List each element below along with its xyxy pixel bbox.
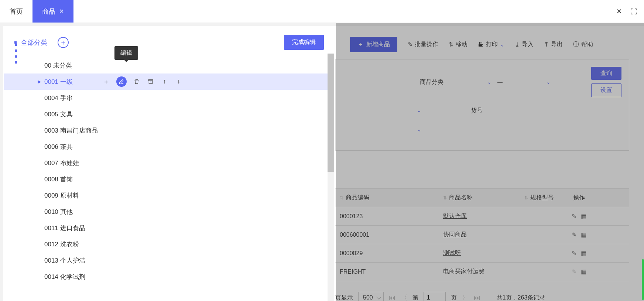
category-item-label: 0008 首饰 — [44, 175, 73, 184]
category-item-label: 00 未分类 — [44, 61, 72, 70]
category-item[interactable]: 0012 洗衣粉 — [4, 236, 334, 252]
category-item[interactable]: 0004 手串 — [4, 90, 334, 106]
svg-rect-0 — [148, 80, 153, 81]
close-all-icon[interactable]: ✕ — [613, 6, 625, 17]
category-item-label: 0013 个人护洁 — [44, 256, 85, 265]
move-down-icon[interactable]: ↓ — [175, 78, 183, 86]
category-item-label: 0011 进口食品 — [44, 224, 85, 232]
category-item[interactable]: 0008 首饰 — [4, 171, 334, 187]
tabs-bar: 首页 商品 ✕ ✕ — [0, 0, 644, 23]
category-item[interactable]: 0014 化学试剂 — [4, 268, 334, 285]
category-item[interactable]: 0007 布娃娃 — [4, 155, 334, 171]
tab-home[interactable]: 首页 — [0, 0, 32, 23]
category-body: 00 未分类▶0001 一级＋↑↓0004 手串0005 文具0003 南昌门店… — [4, 54, 334, 301]
edit-icon[interactable] — [116, 76, 127, 87]
scrollbar[interactable] — [328, 54, 334, 301]
category-item[interactable]: ▶0001 一级＋↑↓ — [4, 73, 334, 90]
category-item-label: 0012 洗衣粉 — [44, 240, 79, 249]
add-child-icon[interactable]: ＋ — [102, 78, 110, 86]
move-up-icon[interactable]: ↑ — [161, 78, 169, 86]
category-item-label: 0003 南昌门店商品 — [44, 126, 98, 135]
category-item-label: 0014 化学试剂 — [44, 273, 85, 281]
category-item[interactable]: 0003 南昌门店商品 — [4, 122, 334, 138]
grid-icon — [14, 41, 17, 44]
category-item[interactable]: 0005 文具 — [4, 106, 334, 122]
category-title[interactable]: 全部分类 — [21, 38, 47, 47]
tab-home-label: 首页 — [10, 7, 23, 16]
category-item-label: 0001 一级 — [44, 78, 73, 86]
category-item-label: 0006 茶具 — [44, 143, 73, 151]
category-item-label: 0010 其他 — [44, 208, 73, 216]
category-actions: ＋↑↓ — [102, 76, 183, 87]
done-edit-button[interactable]: 完成编辑 — [284, 35, 324, 50]
category-header: 全部分类 ＋ 完成编辑 — [4, 27, 334, 54]
tab-product-label: 商品 — [42, 7, 55, 16]
category-item[interactable]: 0011 进口食品 — [4, 220, 334, 236]
scrollbar-thumb[interactable] — [328, 54, 334, 172]
caret-right-icon: ▶ — [38, 79, 41, 84]
category-panel: 全部分类 ＋ 完成编辑 编辑 00 未分类▶0001 一级＋↑↓0004 手串0… — [4, 27, 334, 301]
category-item[interactable]: 0006 茶具 — [4, 138, 334, 155]
archive-icon[interactable] — [147, 78, 155, 86]
add-category-button[interactable]: ＋ — [58, 37, 69, 48]
fullscreen-icon[interactable] — [628, 6, 640, 17]
category-item[interactable]: 0013 个人护洁 — [4, 252, 334, 268]
dim-mask — [336, 23, 644, 301]
category-item-label: 0007 布娃娃 — [44, 159, 79, 167]
category-item[interactable]: 00 未分类 — [4, 57, 334, 73]
category-item[interactable]: 0010 其他 — [4, 203, 334, 220]
category-item-label: 0005 文具 — [44, 110, 73, 119]
scrollbar-accent[interactable] — [642, 259, 644, 300]
tab-product[interactable]: 商品 ✕ — [32, 0, 73, 23]
category-item[interactable]: 0009 原材料 — [4, 187, 334, 203]
main-area: ＋ 新增商品 ✎ 批量操作 ⇅ 移动 🖶 打印 ⌄ ⤓ 导入 ⤒ — [0, 23, 644, 301]
close-icon[interactable]: ✕ — [59, 8, 64, 15]
delete-icon[interactable] — [133, 78, 141, 86]
category-item-label: 0004 手串 — [44, 94, 73, 102]
category-item-label: 0009 原材料 — [44, 191, 79, 200]
category-list: 00 未分类▶0001 一级＋↑↓0004 手串0005 文具0003 南昌门店… — [4, 54, 334, 288]
